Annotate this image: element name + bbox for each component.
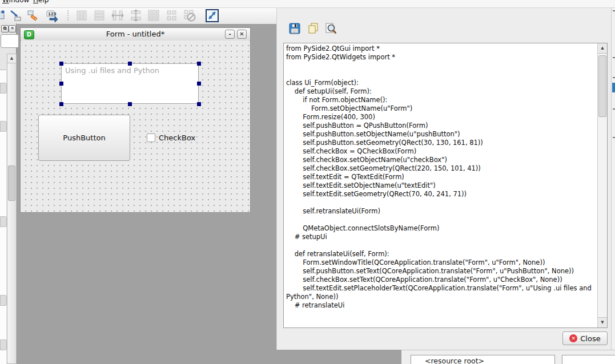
selection-handle[interactable] bbox=[197, 62, 201, 66]
scrollbar-thumb[interactable] bbox=[8, 165, 15, 201]
edit-widgets-icon[interactable] bbox=[0, 9, 6, 22]
find-icon[interactable] bbox=[323, 21, 338, 36]
resource-tree[interactable]: <resource root> bbox=[411, 355, 555, 364]
toolbar-separator bbox=[67, 10, 69, 21]
scroll-down-icon[interactable]: ▼ bbox=[598, 317, 607, 327]
layout-vertically-icon[interactable] bbox=[93, 9, 106, 22]
copy-icon[interactable] bbox=[306, 21, 320, 36]
layout-horizontally-icon[interactable] bbox=[75, 9, 89, 22]
textedit-widget[interactable]: Using .ui files and Python bbox=[61, 63, 199, 104]
selection-handle[interactable] bbox=[128, 62, 132, 66]
widget-filter-input[interactable] bbox=[1, 34, 19, 48]
resource-browser-window: <resource root> bbox=[401, 350, 615, 364]
selection-handle[interactable] bbox=[197, 102, 201, 106]
layout-form-icon[interactable] bbox=[165, 9, 179, 22]
save-icon[interactable] bbox=[287, 21, 302, 36]
menu-window[interactable]: Window bbox=[2, 0, 29, 4]
break-layout-icon[interactable] bbox=[183, 9, 196, 22]
main-toolbar: 123 bbox=[0, 8, 276, 25]
scroll-up-icon[interactable]: ▲ bbox=[598, 43, 607, 54]
edit-signals-slots-icon[interactable] bbox=[9, 9, 22, 22]
edge-tick bbox=[613, 77, 615, 78]
close-window-button[interactable]: ✕ bbox=[237, 30, 247, 39]
form-titlebar[interactable]: D Form - untitled* - ✕ bbox=[21, 28, 250, 41]
form-window-title: Form - untitled* bbox=[21, 30, 250, 38]
checkbox-label: CheckBox bbox=[159, 134, 195, 142]
selection-handle[interactable] bbox=[59, 82, 63, 86]
layout-vertical-splitter-icon[interactable] bbox=[129, 9, 143, 22]
close-button[interactable]: ✕ Close bbox=[562, 331, 608, 345]
selection-handle[interactable] bbox=[197, 82, 201, 86]
selection-handle[interactable] bbox=[59, 62, 63, 66]
close-icon: ✕ bbox=[569, 334, 577, 342]
form-designer-window: D Form - untitled* - ✕ Using .ui files a… bbox=[20, 27, 251, 213]
widget-box-dock: ⧉ ✕ ▲ bbox=[0, 23, 17, 364]
layout-horizontal-splitter-icon[interactable] bbox=[111, 9, 124, 22]
edit-buddies-icon[interactable] bbox=[26, 9, 40, 22]
edit-tab-order-icon[interactable]: 123 bbox=[45, 9, 59, 22]
code-scrollbar[interactable]: ▲ ▼ bbox=[597, 43, 607, 327]
menu-help[interactable]: Help bbox=[33, 0, 49, 4]
widget-list-item[interactable] bbox=[0, 295, 7, 306]
minimize-button[interactable]: - bbox=[225, 30, 235, 39]
layout-grid-icon[interactable] bbox=[147, 9, 160, 22]
resource-root-label: <resource root> bbox=[425, 357, 484, 364]
scroll-up-icon[interactable]: ▲ bbox=[7, 54, 16, 63]
widget-box-scrollbar[interactable]: ▲ bbox=[7, 54, 17, 364]
edge-tick bbox=[613, 57, 615, 58]
scrollbar-thumb[interactable] bbox=[598, 55, 606, 117]
edge-tick bbox=[613, 10, 615, 11]
widget-list-item[interactable] bbox=[0, 339, 7, 350]
edge-selection-mark bbox=[612, 83, 615, 92]
widget-list-item[interactable] bbox=[0, 83, 7, 94]
form-canvas[interactable]: Using .ui files and Python PushButton Ch… bbox=[21, 41, 250, 212]
menu-bar: Window Help bbox=[0, 0, 615, 8]
dock-float-icon[interactable]: ⧉ bbox=[1, 25, 9, 33]
edge-tick bbox=[613, 108, 615, 110]
dock-close-icon[interactable]: ✕ bbox=[9, 25, 16, 33]
generated-python-code[interactable]: from PySide2.QtGui import * from PySide2… bbox=[286, 45, 597, 310]
checkbox-indicator[interactable] bbox=[147, 134, 155, 142]
qt-designer-screen: Window Help 123 bbox=[0, 0, 615, 364]
pushbutton-widget[interactable]: PushButton bbox=[38, 115, 130, 161]
widget-box-list bbox=[0, 70, 6, 364]
widget-list-item[interactable] bbox=[0, 121, 7, 132]
code-view[interactable]: from PySide2.QtGui import * from PySide2… bbox=[283, 43, 608, 328]
view-code-dialog: from PySide2.QtGui import * from PySide2… bbox=[276, 8, 611, 350]
selection-handle[interactable] bbox=[59, 102, 63, 106]
adjust-size-icon[interactable] bbox=[205, 9, 219, 22]
right-panel-edge bbox=[611, 8, 615, 350]
close-button-label: Close bbox=[580, 334, 600, 343]
checkbox-widget[interactable]: CheckBox bbox=[147, 126, 204, 149]
selection-handle[interactable] bbox=[128, 102, 132, 106]
resource-list[interactable] bbox=[562, 355, 615, 364]
widget-list-item[interactable] bbox=[0, 216, 7, 227]
svg-text:123: 123 bbox=[48, 12, 57, 17]
edge-tick bbox=[613, 137, 615, 138]
